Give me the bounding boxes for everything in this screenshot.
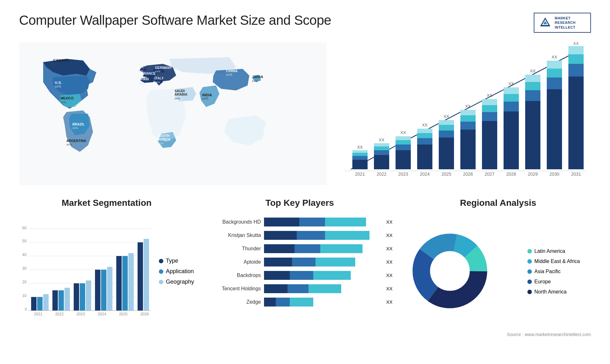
svg-text:xx%: xx%	[55, 85, 61, 88]
player-row: Kristjan Skutta XX	[207, 231, 392, 240]
svg-text:40: 40	[22, 253, 27, 257]
svg-rect-44	[374, 146, 389, 150]
segmentation-chart: Market Segmentation 0 10 20 30 40 50 60	[19, 198, 194, 331]
svg-rect-131	[122, 256, 128, 311]
source-line: Source : www.marketresearchintellect.com	[405, 332, 591, 337]
svg-rect-60	[439, 120, 454, 125]
svg-text:2021: 2021	[355, 172, 365, 177]
bar-light	[320, 244, 363, 253]
svg-text:xx%: xx%	[154, 80, 160, 84]
svg-rect-68	[482, 112, 497, 121]
logo: MARKET RESEARCH INTELLECT	[534, 13, 591, 33]
player-bar-wrap	[264, 258, 381, 266]
svg-text:AFRICA: AFRICA	[158, 138, 171, 141]
player-name: Backdrops	[207, 273, 261, 278]
svg-text:CANADA: CANADA	[53, 58, 69, 62]
svg-rect-126	[86, 280, 91, 311]
svg-rect-72	[504, 111, 519, 169]
middle-east-dot	[527, 259, 532, 264]
svg-text:xx%: xx%	[174, 97, 180, 100]
geography-label: Geography	[166, 279, 194, 285]
svg-rect-129	[107, 267, 112, 311]
europe-label: Europe	[534, 279, 551, 285]
regional-wrap: Latin America Middle East & Africa Asia …	[405, 214, 591, 329]
player-row: Tencent Holdings XX	[207, 284, 392, 293]
svg-text:FRANCE: FRANCE	[142, 71, 156, 75]
svg-text:xx%: xx%	[158, 141, 164, 145]
player-name: Kristjan Skutta	[207, 233, 261, 238]
player-label: XX	[386, 273, 393, 278]
legend-latin-america: Latin America	[527, 248, 591, 254]
player-label: XX	[386, 286, 393, 291]
svg-rect-85	[547, 61, 562, 69]
bar-dark	[264, 244, 295, 253]
svg-text:xx%: xx%	[252, 79, 258, 82]
player-name: Aptoide	[207, 259, 261, 265]
svg-rect-42	[374, 155, 389, 169]
svg-rect-82	[547, 89, 562, 169]
svg-text:2022: 2022	[55, 312, 64, 316]
svg-text:XX: XX	[465, 104, 471, 109]
svg-rect-54	[417, 133, 432, 138]
svg-text:SPAIN: SPAIN	[139, 78, 149, 81]
svg-text:60: 60	[22, 226, 27, 230]
legend-type: Type	[159, 258, 194, 264]
svg-rect-128	[101, 270, 106, 311]
asia-pacific-dot	[527, 269, 532, 274]
donut-svg	[405, 226, 494, 315]
player-bar	[264, 244, 381, 253]
svg-rect-45	[374, 143, 389, 146]
svg-text:MEXICO: MEXICO	[60, 97, 73, 100]
bar-light	[325, 231, 369, 240]
player-bar-wrap	[264, 298, 381, 307]
player-bar-wrap	[264, 284, 381, 293]
svg-text:XX: XX	[379, 138, 384, 142]
top-players-title: Top Key Players	[207, 198, 392, 208]
bar-light	[325, 218, 366, 226]
svg-text:XX: XX	[552, 55, 557, 59]
svg-text:30: 30	[22, 266, 27, 271]
svg-text:XX: XX	[508, 81, 514, 86]
svg-rect-73	[504, 102, 519, 111]
svg-rect-118	[31, 297, 37, 311]
svg-text:2031: 2031	[571, 172, 581, 177]
svg-text:0: 0	[25, 307, 27, 312]
bar-mid	[292, 258, 315, 266]
svg-text:2026: 2026	[140, 312, 149, 316]
svg-rect-65	[460, 110, 476, 115]
svg-rect-53	[417, 138, 432, 145]
svg-rect-49	[396, 140, 411, 145]
svg-text:GERMANY: GERMANY	[155, 66, 172, 70]
segmentation-legend: Type Application Geography	[159, 258, 194, 285]
svg-text:XX: XX	[357, 145, 363, 150]
svg-rect-47	[396, 150, 411, 169]
players-list: Backgrounds HD XX Kristjan Skutta	[207, 214, 392, 307]
player-bar-wrap	[264, 231, 381, 240]
svg-text:JAPAN: JAPAN	[252, 75, 263, 79]
svg-rect-48	[396, 145, 411, 150]
player-bar-wrap	[264, 218, 381, 226]
bar-mid	[297, 231, 325, 240]
svg-text:2028: 2028	[506, 172, 516, 177]
player-label: XX	[386, 259, 393, 265]
svg-rect-69	[482, 105, 497, 112]
svg-rect-67	[482, 121, 497, 169]
player-name: Thunder	[207, 246, 261, 252]
svg-rect-78	[525, 90, 540, 101]
svg-text:CHINA: CHINA	[226, 69, 237, 73]
svg-text:10: 10	[22, 293, 27, 298]
bar-dark	[264, 231, 297, 240]
player-label: XX	[386, 219, 393, 225]
svg-rect-84	[547, 69, 562, 78]
world-map-svg: CANADA xx% U.S. xx% MEXICO xx% BRAZIL xx…	[19, 42, 327, 185]
svg-rect-70	[482, 99, 497, 105]
player-label: XX	[386, 233, 393, 238]
north-america-label: North America	[534, 289, 566, 295]
header: Computer Wallpaper Software Market Size …	[19, 13, 591, 33]
svg-rect-87	[568, 77, 584, 169]
top-players-section: Top Key Players Backgrounds HD XX	[207, 198, 392, 331]
application-dot	[159, 269, 163, 274]
regional-title: Regional Analysis	[405, 198, 591, 208]
svg-point-149	[430, 251, 470, 291]
svg-rect-122	[58, 290, 64, 311]
